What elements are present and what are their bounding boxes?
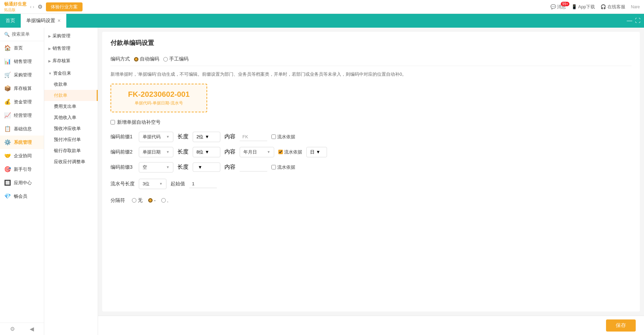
group-inventory-header[interactable]: ▶ 库存核算 xyxy=(44,55,98,66)
sidebar-item-prepaid-payable[interactable]: 预付冲应付单 xyxy=(44,134,98,145)
finance-icon: 💰 xyxy=(4,99,11,105)
prefix2-length-select[interactable]: 8位 ▼ xyxy=(193,147,220,157)
prefix2-row: 编码前缀2 单据日期 ▼ 长度 8位 ▼ 内容 年月日 ▼ xyxy=(110,147,632,157)
prefix3-length-select[interactable]: ▼ xyxy=(193,162,220,172)
group-capital: ▼ 资金往来 收款单 付款单 费用支出单 其他收入单 预收冲应收单 预付冲应付单 xyxy=(44,68,98,167)
prefix1-length-select[interactable]: 2位 ▼ xyxy=(193,132,220,142)
manual-encode-option[interactable]: 手工编码 xyxy=(163,56,189,62)
save-button[interactable]: 保存 xyxy=(606,319,636,332)
start-value-input[interactable] xyxy=(189,180,217,188)
management-icon: 📈 xyxy=(4,112,11,119)
center-sidebar: ▶ 采购管理 ▶ 销售管理 ▶ 库存核算 ▼ 资金往来 收款单 xyxy=(44,28,98,335)
sidebar-item-basic[interactable]: 📋 基础信息 xyxy=(0,122,44,136)
settings-bottom-icon[interactable]: ⚙ xyxy=(10,326,15,332)
sidebar-item-other-income[interactable]: 其他收入单 xyxy=(44,112,98,123)
sep-dash-radio[interactable] xyxy=(148,198,153,203)
sep-dot-radio[interactable] xyxy=(161,198,166,203)
inventory-icon: 📦 xyxy=(4,85,11,92)
prefix2-serial-checkbox-label[interactable]: 流水依据 xyxy=(278,149,302,155)
prefix3-length-label: 长度 xyxy=(177,164,189,171)
sidebar-item-adjust[interactable]: 应收应付调整单 xyxy=(44,156,98,167)
sidebar-item-system[interactable]: ⚙️ 系统管理 xyxy=(0,136,44,149)
sidebar-item-prepaid-receivable[interactable]: 预收冲应收单 xyxy=(44,123,98,134)
sidebar-item-app-center[interactable]: 🔲 应用中心 xyxy=(0,176,44,189)
separator-radio-group: 无 - . xyxy=(132,197,169,204)
purchase-icon: 🛒 xyxy=(4,72,11,78)
trial-button[interactable]: 体验行业方案 xyxy=(46,2,83,11)
prefix1-select[interactable]: 单据代码 ▼ xyxy=(139,132,173,142)
sidebar-item-purchase[interactable]: 🛒 采购管理 xyxy=(0,68,44,82)
auto-fill-checkbox[interactable] xyxy=(110,120,115,124)
top-bar-right: 💬 消息 99+ 📱 App下载 🎧 在线客服 Nare xyxy=(550,4,640,10)
chevron-right-icon: ▶ xyxy=(48,34,51,38)
sidebar-bottom: ⚙ ◀ xyxy=(0,323,44,335)
group-inventory: ▶ 库存核算 xyxy=(44,55,98,66)
sidebar-item-payment[interactable]: 付款单 xyxy=(44,90,98,101)
sidebar-item-guide[interactable]: 🎯 新手引导 xyxy=(0,162,44,176)
online-service-button[interactable]: 🎧 在线客服 xyxy=(600,4,625,10)
tab-document-encoding[interactable]: 单据编码设置 ✕ xyxy=(21,14,66,28)
user-name: Nare xyxy=(631,4,640,9)
prefix2-day-select[interactable]: 日 ▼ xyxy=(306,147,327,157)
settings-icon[interactable]: ⚙ xyxy=(38,3,42,10)
sidebar-item-cooperation[interactable]: 🤝 企业协同 xyxy=(0,149,44,162)
chevron-down-icon: ▼ xyxy=(159,182,163,186)
sidebar-item-sales[interactable]: 📊 销售管理 xyxy=(0,55,44,68)
tab-close-icon[interactable]: ✕ xyxy=(57,18,61,23)
encode-method-row: 编码方式 自动编码 手工编码 xyxy=(110,53,632,66)
content-area: 付款单编码设置 编码方式 自动编码 手工编码 新增单据时，'单据编码'自动生成，… xyxy=(98,28,644,335)
search-menu-button[interactable]: 🔍 搜索菜单 xyxy=(0,28,44,41)
sep-none-radio[interactable] xyxy=(132,198,136,203)
vip-icon: 💎 xyxy=(4,193,11,199)
forward-icon[interactable]: › xyxy=(33,4,34,9)
prefix1-label: 编码前缀1 xyxy=(110,134,135,140)
message-button[interactable]: 💬 消息 99+ xyxy=(550,4,566,10)
minimize-icon[interactable]: — xyxy=(627,18,632,24)
manual-encode-radio[interactable] xyxy=(163,57,168,62)
prefix1-serial-checkbox-label[interactable]: 流水依据 xyxy=(271,134,295,140)
maximize-icon[interactable]: ⛶ xyxy=(635,18,641,24)
basic-icon: 📋 xyxy=(4,125,11,132)
sidebar-item-receipt[interactable]: 收款单 xyxy=(44,79,98,90)
group-sales: ▶ 销售管理 xyxy=(44,43,98,54)
encode-method-label: 编码方式 xyxy=(110,56,130,62)
prefix2-content-select[interactable]: 年月日 ▼ xyxy=(240,147,274,157)
tab-home[interactable]: 首页 xyxy=(0,14,21,28)
collapse-icon[interactable]: ◀ xyxy=(30,326,34,332)
prefix3-serial-checkbox-label[interactable]: 流水依据 xyxy=(271,164,295,170)
info-text: 新增单据时，'单据编码'自动生成，不可编辑。前缀设置为部门、业务员等档案类，开单… xyxy=(110,71,632,78)
message-badge: 99+ xyxy=(561,2,569,6)
sidebar-item-vip[interactable]: 💎 畅会员 xyxy=(0,189,44,203)
sidebar-item-expense[interactable]: 费用支出单 xyxy=(44,101,98,112)
sep-dot-option[interactable]: . xyxy=(161,198,169,203)
group-capital-header[interactable]: ▼ 资金往来 xyxy=(44,68,98,79)
back-icon[interactable]: ‹ xyxy=(30,4,31,9)
prefix2-serial-checkbox[interactable] xyxy=(278,150,283,154)
sidebar-item-bank[interactable]: 银行存取款单 xyxy=(44,145,98,156)
sidebar-item-management[interactable]: 📈 经营管理 xyxy=(0,109,44,122)
prefix2-select[interactable]: 单据日期 ▼ xyxy=(139,147,173,157)
code-preview-main: FK-20230602-001 xyxy=(119,90,198,99)
serial-length-label: 流水号长度 xyxy=(110,181,135,187)
sidebar-item-home[interactable]: 🏠 首页 xyxy=(0,41,44,55)
group-sales-header[interactable]: ▶ 销售管理 xyxy=(44,43,98,54)
start-value-label: 起始值 xyxy=(171,181,185,187)
group-purchase-header[interactable]: ▶ 采购管理 xyxy=(44,30,98,41)
sep-none-option[interactable]: 无 xyxy=(132,197,143,204)
prefix3-serial-checkbox[interactable] xyxy=(271,165,276,169)
prefix3-select[interactable]: 空 ▼ xyxy=(139,162,173,173)
auto-encode-option[interactable]: 自动编码 xyxy=(134,56,159,62)
auto-encode-radio[interactable] xyxy=(134,57,138,62)
app-download-button[interactable]: 📱 App下载 xyxy=(571,4,595,10)
code-preview-sub: 单据代码-单据日期-流水号 xyxy=(119,100,198,106)
sep-dash-option[interactable]: - xyxy=(148,198,156,203)
sidebar-item-inventory[interactable]: 📦 库存核算 xyxy=(0,82,44,95)
prefix3-content-input xyxy=(240,163,267,171)
prefix1-row: 编码前缀1 单据代码 ▼ 长度 2位 ▼ 内容 流水依据 xyxy=(110,132,632,142)
sidebar-item-finance[interactable]: 💰 资金管理 xyxy=(0,95,44,109)
home-icon: 🏠 xyxy=(4,45,11,51)
chevron-down-icon: ▼ xyxy=(166,165,170,169)
serial-length-select[interactable]: 3位 ▼ xyxy=(139,179,166,189)
prefix1-serial-checkbox[interactable] xyxy=(271,134,276,139)
separator-label: 分隔符 xyxy=(110,197,128,204)
